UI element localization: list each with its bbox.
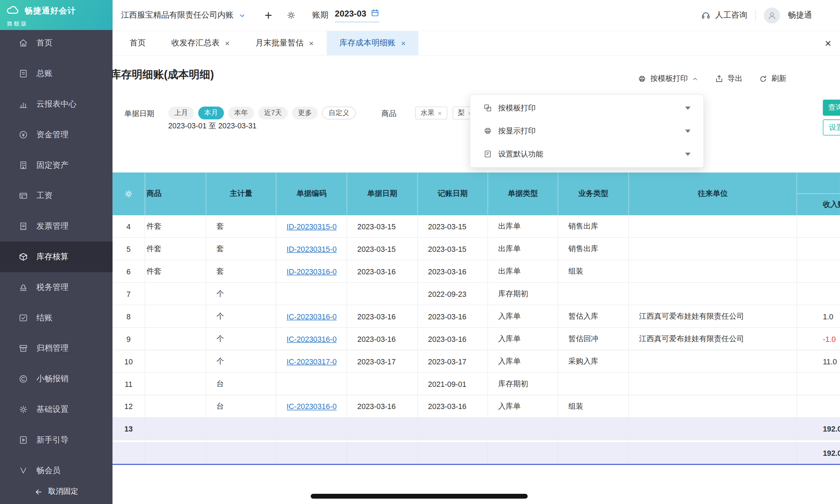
cell-qty — [797, 373, 840, 395]
sidebar-item-fund-management[interactable]: 资金管理 — [0, 120, 113, 150]
sidebar-item-closing[interactable]: 结账 — [0, 302, 113, 333]
menu-item-default-settings[interactable]: 设置默认功能 — [470, 142, 703, 165]
document-code-link[interactable]: IC-20230317-0 — [287, 357, 337, 365]
table-settings-header[interactable] — [113, 172, 145, 215]
table-row[interactable]: 台IC-20230316-02023-03-162023-03-16入库单组装 — [145, 395, 840, 418]
sidebar-item-label: 小畅报销 — [37, 374, 69, 384]
tab-month-end-estimate[interactable]: 月末批量暂估 × — [243, 31, 327, 55]
col-header-doc-date[interactable]: 单据日期 — [347, 172, 418, 215]
menu-item-print-by-template[interactable]: 按模板打印 — [470, 96, 703, 119]
username[interactable]: 畅捷通 — [788, 10, 812, 20]
sidebar-item-general-ledger[interactable]: 总账 — [0, 58, 113, 89]
close-icon[interactable]: × — [225, 39, 230, 48]
search-button[interactable]: 查询 — [823, 100, 840, 116]
cell-product: 件套 — [145, 260, 206, 283]
avatar[interactable] — [764, 7, 780, 24]
table-row[interactable]: 个IC-20230316-02023-03-162023-03-16入库单暂估入… — [145, 305, 840, 328]
sidebar-item-home[interactable]: 首页 — [0, 28, 113, 58]
filter-pill-more[interactable]: 更多 — [292, 107, 318, 120]
filter-pill-last-month[interactable]: 上月 — [168, 107, 194, 120]
print-dropdown-menu: 按模板打印 按显示打印 设置默认功能 — [470, 94, 704, 168]
product-tag[interactable]: 水果 × — [415, 107, 447, 120]
sidebar-item-fixed-assets[interactable]: 固定资产 — [0, 150, 113, 180]
table-row[interactable]: 台2021-09-01库存期初 — [145, 373, 840, 395]
table-row[interactable]: 个IC-20230316-02023-03-162023-03-16入库单暂估回… — [145, 328, 840, 350]
sidebar-item-tax-management[interactable]: 税务管理 — [0, 272, 113, 303]
dropdown-arrow-icon[interactable] — [685, 152, 691, 155]
cell-unit: 台 — [206, 373, 276, 395]
col-header-book-date[interactable]: 记账日期 — [418, 172, 488, 215]
topbar: 江西服宝精品有限责任公司内账 + 账期 2023-03 人工咨询 畅捷通 — [113, 0, 840, 31]
table-row[interactable]: 件套套ID-20230316-02023-03-162023-03-16出库单组… — [145, 260, 840, 283]
settings-button[interactable]: 设置 — [823, 120, 840, 136]
cell-partner — [629, 442, 797, 464]
close-icon[interactable]: × — [401, 39, 406, 48]
table-row[interactable]: 件套套ID-20230315-02023-03-152023-03-15出库单销… — [145, 238, 840, 260]
support-button[interactable]: 人工咨询 — [701, 10, 747, 20]
close-icon[interactable]: × — [309, 39, 313, 48]
dropdown-arrow-icon[interactable] — [685, 106, 691, 109]
table-scroll-area[interactable]: 商品 主计量 单据编码 单据日期 记账日期 单据类型 业务类型 往来单位 收入数… — [145, 172, 840, 464]
col-header-doc-code[interactable]: 单据编码 — [276, 172, 347, 215]
tab-home[interactable]: 首页 — [117, 31, 159, 55]
document-code-link[interactable]: IC-20230316-0 — [287, 334, 337, 343]
filter-pill-this-month[interactable]: 本月 — [198, 107, 224, 120]
period-value[interactable]: 2023-03 — [335, 9, 366, 19]
cell-book-date: 2023-03-16 — [418, 260, 488, 283]
sidebar-item-payroll[interactable]: 工资 — [0, 180, 113, 211]
cell-biz-type: 暂估入库 — [558, 305, 629, 328]
tab-inventory-cost-detail[interactable]: 库存成本明细账 × — [326, 31, 419, 55]
gear-icon[interactable] — [286, 10, 296, 20]
refresh-button[interactable]: 刷新 — [758, 74, 786, 83]
cell-code: IC-20230316-0 — [276, 328, 347, 350]
refresh-label: 刷新 — [771, 74, 787, 83]
filter-pill-custom[interactable]: 自定义 — [322, 107, 356, 120]
document-code-link[interactable]: ID-20230316-0 — [287, 267, 337, 275]
sidebar-item-basic-settings[interactable]: 基础设置 — [0, 394, 113, 425]
row-number-column: 45678910111213 — [113, 172, 145, 464]
filter-pill-this-year[interactable]: 本年 — [228, 107, 254, 120]
col-header-biz-type[interactable]: 业务类型 — [558, 172, 629, 215]
tab-label: 收发存汇总表 — [171, 38, 219, 48]
horizontal-scrollbar[interactable] — [311, 494, 528, 499]
template-icon — [483, 103, 492, 113]
sidebar-item-invoice-management[interactable]: 发票管理 — [0, 211, 113, 242]
table-row[interactable]: 个IC-20230317-02023-03-172023-03-17入库单采购入… — [145, 350, 840, 373]
col-header-partner[interactable]: 往来单位 — [629, 172, 797, 215]
print-by-template-button[interactable]: 按模板打印 — [637, 74, 699, 83]
document-code-link[interactable]: ID-20230315-0 — [287, 244, 337, 253]
cell-biz-type: 销售出库 — [558, 238, 629, 260]
chevron-down-icon[interactable] — [238, 11, 246, 19]
export-button[interactable]: 导出 — [715, 74, 743, 83]
table-row[interactable]: 个2022-09-23库存期初 — [145, 283, 840, 305]
col-header-income-qty[interactable]: 收入数量 — [797, 194, 840, 215]
sidebar-item-beginner-guide[interactable]: 新手引导 — [0, 425, 113, 455]
sidebar-item-label: 首页 — [37, 38, 53, 48]
sidebar-item-inventory-accounting[interactable]: 库存核算 — [0, 242, 113, 272]
table-row[interactable]: 件套套ID-20230315-02023-03-152023-03-15出库单销… — [145, 215, 840, 238]
close-icon[interactable]: × — [438, 109, 442, 117]
cell-partner — [629, 215, 797, 238]
filter-pill-last-7-days[interactable]: 近7天 — [258, 107, 288, 120]
unpin-sidebar-button[interactable]: 取消固定 — [0, 484, 113, 500]
add-account-button[interactable]: + — [265, 9, 272, 21]
col-header-product[interactable]: 商品 — [145, 172, 206, 215]
close-icon[interactable]: × — [825, 37, 832, 50]
period-picker[interactable]: 2023-03 — [335, 8, 380, 23]
col-header-unit[interactable]: 主计量 — [206, 172, 276, 215]
document-code-link[interactable]: ID-20230315-0 — [287, 222, 337, 230]
document-code-link[interactable]: IC-20230316-0 — [287, 312, 337, 320]
sidebar-item-cloud-reports[interactable]: 云报表中心 — [0, 89, 113, 120]
dropdown-arrow-icon[interactable] — [685, 129, 691, 133]
tab-shipping-summary[interactable]: 收发存汇总表 × — [159, 31, 243, 55]
sidebar-item-reimbursement[interactable]: 小畅报销 — [0, 364, 113, 394]
sidebar-item-member[interactable]: 畅会员 — [0, 455, 113, 486]
menu-item-print-by-display[interactable]: 按显示打印 — [470, 120, 703, 142]
col-header-doc-type[interactable]: 单据类型 — [488, 172, 558, 215]
table-row[interactable]: 192.0 — [145, 418, 840, 440]
cell-doc-date: 2023-03-16 — [347, 395, 418, 418]
company-selector[interactable]: 江西服宝精品有限责任公司内账 — [121, 10, 234, 20]
sidebar-item-archive-management[interactable]: 归档管理 — [0, 333, 113, 364]
document-code-link[interactable]: IC-20230316-0 — [287, 402, 337, 410]
calendar-icon[interactable] — [370, 8, 380, 20]
